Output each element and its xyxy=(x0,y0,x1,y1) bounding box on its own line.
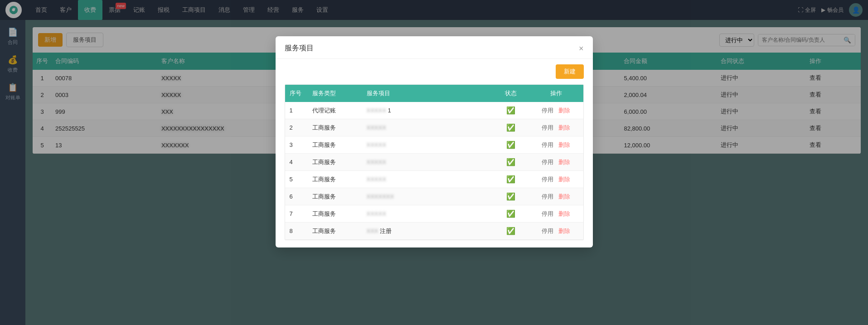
dcell-type: 工商服务 xyxy=(308,223,362,240)
delete-button[interactable]: 删除 xyxy=(558,124,570,131)
stop-button[interactable]: 停用 xyxy=(542,159,553,165)
dcell-status: ✅ xyxy=(493,136,529,154)
dcell-type: 工商服务 xyxy=(308,205,362,223)
dcell-seq: 8 xyxy=(285,223,308,240)
dcell-status: ✅ xyxy=(493,205,529,223)
list-item: 8 工商服务 XXX 注册 ✅ 停用 删除 xyxy=(285,223,583,240)
status-check-icon: ✅ xyxy=(506,158,515,166)
dialog-body: 新建 序号 服务类型 服务项目 状态 操作 1 代 xyxy=(276,59,593,247)
list-item: 2 工商服务 XXXXX ✅ 停用 删除 xyxy=(285,119,583,136)
dcell-status: ✅ xyxy=(493,171,529,188)
dcol-type: 服务类型 xyxy=(308,85,362,102)
dcell-action: 停用 删除 xyxy=(529,171,583,188)
dcell-item: XXXXXXX xyxy=(362,188,493,205)
list-item: 1 代理记账 XXXXX 1 ✅ 停用 删除 xyxy=(285,102,583,119)
dcol-action: 操作 xyxy=(529,85,583,102)
dcell-item: XXXXX xyxy=(362,171,493,188)
service-items-dialog: 服务项目 × 新建 序号 服务类型 服务项目 状态 操作 xyxy=(276,36,593,247)
stop-button[interactable]: 停用 xyxy=(542,107,553,114)
status-check-icon: ✅ xyxy=(506,141,515,149)
dcell-action: 停用 删除 xyxy=(529,119,583,136)
dialog-table-wrap[interactable]: 序号 服务类型 服务项目 状态 操作 1 代理记账 XXXXX 1 ✅ 停用 xyxy=(285,84,584,240)
dcell-status: ✅ xyxy=(493,119,529,136)
dialog-toolbar: 新建 xyxy=(285,64,584,79)
dialog-title: 服务项目 xyxy=(285,44,314,53)
list-item: 5 工商服务 XXXXX ✅ 停用 删除 xyxy=(285,171,583,188)
dcol-seq: 序号 xyxy=(285,85,308,102)
dcell-item: XXXXX 1 xyxy=(362,102,493,119)
list-item: 4 工商服务 XXXXX ✅ 停用 删除 xyxy=(285,154,583,171)
delete-button[interactable]: 删除 xyxy=(558,141,570,148)
dcell-action: 停用 删除 xyxy=(529,223,583,240)
delete-button[interactable]: 删除 xyxy=(558,107,570,114)
delete-button[interactable]: 删除 xyxy=(558,228,570,234)
dialog-header: 服务项目 × xyxy=(276,36,593,59)
list-item: 3 工商服务 XXXXX ✅ 停用 删除 xyxy=(285,136,583,154)
delete-button[interactable]: 删除 xyxy=(558,210,570,217)
status-check-icon: ✅ xyxy=(506,227,515,235)
dcell-type: 工商服务 xyxy=(308,188,362,205)
dcell-seq: 3 xyxy=(285,136,308,154)
status-check-icon: ✅ xyxy=(506,124,515,131)
dcell-seq: 6 xyxy=(285,188,308,205)
status-check-icon: ✅ xyxy=(506,210,515,218)
stop-button[interactable]: 停用 xyxy=(542,193,553,200)
dcell-seq: 7 xyxy=(285,205,308,223)
dcell-type: 工商服务 xyxy=(308,171,362,188)
dcell-item: XXXXX xyxy=(362,205,493,223)
dcell-action: 停用 删除 xyxy=(529,136,583,154)
dcell-item: XXXXX xyxy=(362,136,493,154)
dialog-close-button[interactable]: × xyxy=(579,44,584,53)
dcell-status: ✅ xyxy=(493,102,529,119)
status-check-icon: ✅ xyxy=(506,193,515,200)
modal-overlay[interactable]: 服务项目 × 新建 序号 服务类型 服务项目 状态 操作 xyxy=(0,0,868,325)
delete-button[interactable]: 删除 xyxy=(558,159,570,165)
dcell-action: 停用 删除 xyxy=(529,188,583,205)
dcell-seq: 2 xyxy=(285,119,308,136)
status-check-icon: ✅ xyxy=(506,107,515,114)
dcell-status: ✅ xyxy=(493,223,529,240)
dcell-seq: 5 xyxy=(285,171,308,188)
dcell-type: 工商服务 xyxy=(308,136,362,154)
stop-button[interactable]: 停用 xyxy=(542,176,553,183)
dcell-action: 停用 删除 xyxy=(529,154,583,171)
dcell-status: ✅ xyxy=(493,154,529,171)
dcell-item: XXXXX xyxy=(362,154,493,171)
status-check-icon: ✅ xyxy=(506,175,515,183)
dcol-item: 服务项目 xyxy=(362,85,493,102)
delete-button[interactable]: 删除 xyxy=(558,176,570,183)
dcell-item: XXXXX xyxy=(362,119,493,136)
dcell-seq: 4 xyxy=(285,154,308,171)
dcell-item: XXX 注册 xyxy=(362,223,493,240)
stop-button[interactable]: 停用 xyxy=(542,210,553,217)
list-item: 6 工商服务 XXXXXXX ✅ 停用 删除 xyxy=(285,188,583,205)
dcell-action: 停用 删除 xyxy=(529,102,583,119)
new-service-item-button[interactable]: 新建 xyxy=(556,64,584,79)
stop-button[interactable]: 停用 xyxy=(542,141,553,148)
service-items-table: 序号 服务类型 服务项目 状态 操作 1 代理记账 XXXXX 1 ✅ 停用 xyxy=(285,85,583,240)
list-item: 7 工商服务 XXXXX ✅ 停用 删除 xyxy=(285,205,583,223)
stop-button[interactable]: 停用 xyxy=(542,124,553,131)
dcell-type: 工商服务 xyxy=(308,119,362,136)
dcell-status: ✅ xyxy=(493,188,529,205)
dcell-action: 停用 删除 xyxy=(529,205,583,223)
delete-button[interactable]: 删除 xyxy=(558,193,570,200)
dcell-type: 工商服务 xyxy=(308,154,362,171)
dcell-type: 代理记账 xyxy=(308,102,362,119)
dcell-seq: 1 xyxy=(285,102,308,119)
dcol-status: 状态 xyxy=(493,85,529,102)
stop-button[interactable]: 停用 xyxy=(542,228,553,234)
